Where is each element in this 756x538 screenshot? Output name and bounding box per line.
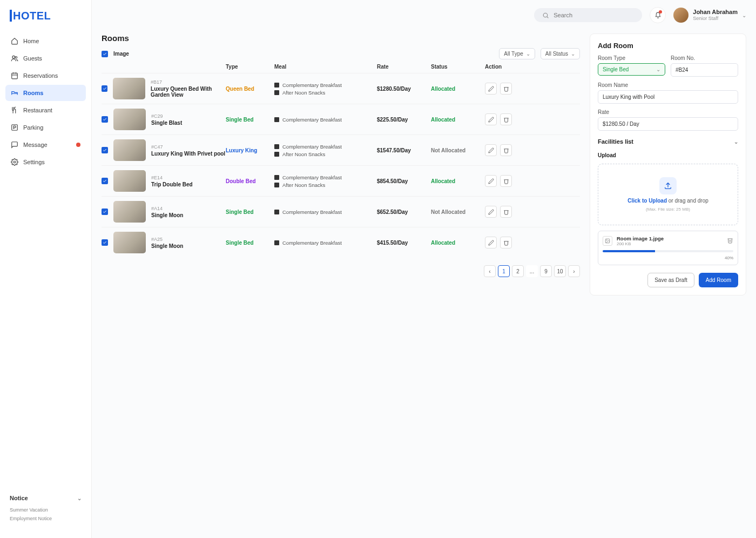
room-name: Luxury King With Privet pool [151, 151, 225, 157]
sidebar-item-home[interactable]: Home [5, 33, 86, 49]
notice-item[interactable]: Summer Vacation [10, 506, 82, 514]
badge-dot [76, 143, 80, 147]
add-room-button[interactable]: Add Room [699, 273, 738, 287]
room-thumbnail [113, 232, 146, 253]
row-checkbox[interactable] [102, 116, 108, 123]
notification-button[interactable] [650, 7, 666, 23]
table-filters: Image All Type⌄ All Status⌄ [102, 48, 580, 59]
meal-list: Complementary Breakfast [274, 209, 377, 215]
delete-button[interactable] [500, 206, 512, 218]
rate-input[interactable]: $1280.50 / Day [598, 117, 738, 131]
delete-button[interactable] [500, 175, 512, 187]
bullet-icon [274, 175, 279, 180]
app-root: HHOTELOTEL HomeGuestsReservationsRoomsRe… [0, 0, 756, 538]
table-row: #B17Luxury Queen Bed With Garden ViewQue… [102, 73, 580, 104]
pencil-icon [488, 86, 494, 92]
notice-title: Notice [10, 495, 28, 501]
room-id: #A25 [151, 237, 183, 242]
sidebar-item-parking[interactable]: Parking [5, 119, 86, 136]
room-name-input[interactable]: Luxury King with Pool [598, 90, 738, 104]
room-type-label: Room Type [598, 55, 665, 61]
col-action: Action [485, 64, 528, 70]
room-name-label: Room Name [598, 82, 738, 88]
status-badge: Allocated [431, 240, 455, 246]
chevron-down-icon: ⌄ [656, 66, 660, 72]
edit-button[interactable] [485, 175, 497, 187]
svg-rect-2 [12, 73, 18, 79]
svg-point-12 [606, 240, 607, 240]
edit-button[interactable] [485, 144, 497, 156]
edit-button[interactable] [485, 113, 497, 125]
trash-icon [503, 86, 509, 92]
col-type: Type [226, 64, 274, 70]
search-box[interactable] [534, 8, 642, 22]
page-next[interactable]: › [568, 265, 580, 277]
delete-button[interactable] [500, 144, 512, 156]
page-prev[interactable]: ‹ [484, 265, 496, 277]
edit-button[interactable] [485, 206, 497, 218]
sidebar-item-label: Settings [23, 159, 45, 165]
delete-button[interactable] [500, 237, 512, 248]
room-id: #C47 [151, 144, 225, 150]
room-thumbnail [113, 78, 145, 99]
row-checkbox[interactable] [102, 209, 108, 215]
user-role: Senior Staff [693, 16, 738, 22]
reservations-icon [11, 72, 18, 79]
meal-list: Complementary Breakfast [274, 117, 377, 123]
sidebar-item-restaurant[interactable]: Restaurant [5, 102, 86, 118]
edit-button[interactable] [485, 237, 497, 248]
row-checkbox[interactable] [102, 178, 108, 184]
room-thumbnail [113, 201, 146, 223]
row-checkbox[interactable] [102, 147, 108, 153]
page-2[interactable]: 2 [512, 265, 524, 277]
sidebar-item-label: Message [23, 142, 48, 148]
upload-dropzone[interactable]: Click to Upload or drag and drop (Max. F… [598, 164, 738, 225]
sidebar-item-rooms[interactable]: Rooms [5, 85, 86, 101]
user-menu[interactable]: Johan Abraham Senior Staff ⌄ [673, 8, 746, 23]
edit-button[interactable] [485, 83, 497, 95]
row-checkbox[interactable] [102, 85, 107, 92]
svg-point-7 [14, 161, 16, 163]
sidebar-item-message[interactable]: Message [5, 137, 86, 153]
filter-type[interactable]: All Type⌄ [499, 48, 535, 59]
file-delete-button[interactable] [727, 237, 733, 245]
row-checkbox[interactable] [102, 239, 108, 246]
trash-icon [503, 240, 509, 246]
room-type-select[interactable]: Single Bed ⌄ [598, 63, 665, 76]
page-10[interactable]: 10 [554, 265, 566, 277]
sidebar-item-label: Restaurant [23, 107, 52, 113]
room-no-input[interactable]: #B24 [671, 63, 738, 77]
panel-title: Add Room [598, 42, 738, 50]
save-draft-button[interactable]: Save as Draft [647, 273, 694, 287]
page-1[interactable]: 1 [498, 265, 510, 277]
user-name: Johan Abraham [693, 9, 738, 16]
guests-icon [11, 55, 18, 62]
room-rate: $1547.50/Day [377, 147, 431, 153]
delete-button[interactable] [500, 113, 512, 125]
delete-button[interactable] [500, 83, 512, 95]
facilities-toggle[interactable]: Facilities list ⌄ [598, 136, 738, 147]
col-rate: Rate [377, 64, 431, 70]
page-9[interactable]: 9 [540, 265, 552, 277]
search-input[interactable] [554, 12, 634, 18]
trash-icon [727, 237, 733, 244]
filter-status[interactable]: All Status⌄ [541, 48, 580, 59]
notice-item[interactable]: Employment Notice [10, 514, 82, 523]
meal-item: Complementary Breakfast [274, 117, 377, 123]
sidebar-item-label: Parking [23, 124, 43, 131]
meal-item: After Noon Snacks [274, 90, 377, 96]
bullet-icon [274, 117, 279, 122]
notice-header[interactable]: Notice ⌄ [10, 495, 82, 501]
meal-item: Complementary Breakfast [274, 82, 377, 88]
sidebar-item-guests[interactable]: Guests [5, 50, 86, 66]
room-type: Single Bed [226, 240, 274, 246]
sidebar-item-settings[interactable]: Settings [5, 154, 86, 170]
room-type: Luxury King [226, 147, 274, 153]
topbar: Johan Abraham Senior Staff ⌄ [184, 0, 756, 30]
room-id: #C29 [151, 113, 182, 119]
chevron-down-icon: ⌄ [77, 495, 82, 501]
room-id: #B17 [151, 79, 226, 85]
sidebar-item-reservations[interactable]: Reservations [5, 68, 86, 84]
status-badge: Allocated [431, 86, 455, 92]
select-all-checkbox[interactable] [102, 51, 108, 57]
